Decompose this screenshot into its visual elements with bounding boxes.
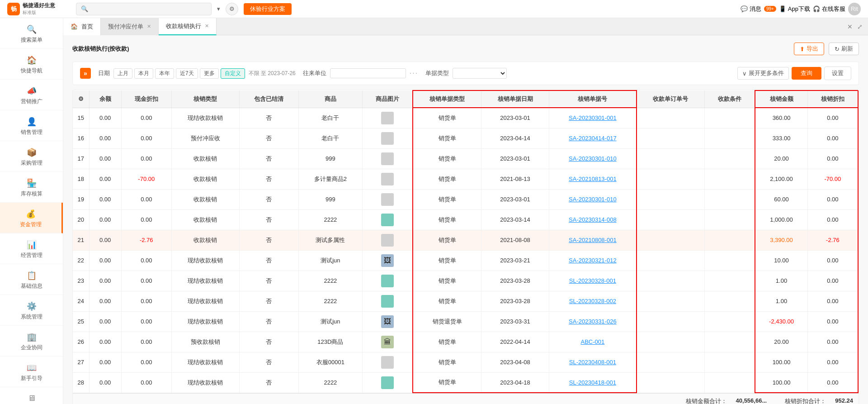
- td-verify-bill-no[interactable]: SA-20230414-017: [549, 128, 637, 148]
- td-verify-amount: 333.00: [755, 128, 807, 148]
- date-btn-last-month[interactable]: 上月: [113, 68, 132, 79]
- main-area: 🏠 首页 预付冲应付单 ✕ 收款核销执行 ✕ ✕ ⤢ 收款核销执行(按收款): [63, 18, 868, 404]
- td-verify-bill-no[interactable]: SA-20230321-012: [549, 250, 637, 271]
- tab-collection-verify-close[interactable]: ✕: [205, 23, 209, 29]
- tab-fullscreen[interactable]: ⤢: [857, 23, 863, 30]
- table-header: ⚙ 余额 现金折扣 核销类型 包含已结清 商品 商品图片 核销单据类型 核销单据…: [73, 90, 858, 108]
- sidebar-item-smart-hw[interactable]: 🖥 智能硬件: [0, 387, 63, 404]
- bill-no-link[interactable]: SL-20230328-002: [569, 298, 616, 304]
- td-row-num: 27: [73, 352, 89, 372]
- user-avatar[interactable]: Rit: [848, 3, 861, 15]
- export-button[interactable]: ⬆ 导出: [794, 43, 824, 55]
- bill-no-link[interactable]: SL-20230418-001: [569, 379, 616, 386]
- top-search-input[interactable]: [91, 6, 207, 12]
- bill-no-link[interactable]: SA-20210813-001: [569, 176, 617, 182]
- tab-prepay[interactable]: 预付冲应付单 ✕: [101, 18, 159, 35]
- td-row-num: 21: [73, 230, 89, 250]
- gear-button[interactable]: ⚙: [226, 3, 238, 15]
- td-verify-bill-type: 销货单: [413, 250, 481, 271]
- sidebar-item-inventory[interactable]: 🏪 库存核算: [0, 172, 63, 203]
- voucher-type-select[interactable]: [453, 68, 507, 79]
- bill-no-link[interactable]: SL-20230328-001: [569, 277, 616, 284]
- td-cash-discount: 0.00: [121, 189, 171, 209]
- bill-no-link[interactable]: SA-20230301-001: [569, 114, 617, 121]
- date-btn-more[interactable]: 更多: [200, 68, 219, 79]
- counterpart-more[interactable]: ···: [410, 69, 418, 77]
- messages-button[interactable]: 💬 消息 99+: [741, 5, 776, 13]
- filter-settings-button[interactable]: 设置: [824, 67, 851, 80]
- industry-solution-button[interactable]: 休验行业方案: [244, 3, 292, 15]
- sidebar-item-finance[interactable]: 💰 资金管理: [0, 203, 63, 233]
- sidebar-item-search-menu[interactable]: 🔍 搜索菜单: [0, 18, 63, 49]
- th-gear[interactable]: ⚙: [73, 90, 89, 108]
- bill-no-link[interactable]: SA-20210808-001: [569, 237, 617, 243]
- td-verify-bill-no[interactable]: SA-20230301-010: [549, 148, 637, 169]
- td-include-settled: 否: [240, 148, 299, 169]
- td-verify-bill-no[interactable]: SL-20230328-002: [549, 291, 637, 311]
- sidebar-item-marketing[interactable]: 📣 营销推广: [0, 80, 63, 110]
- date-btn-this-month[interactable]: 本月: [134, 68, 153, 79]
- online-support-button[interactable]: 🎧 在线客服: [813, 5, 845, 13]
- bill-no-link[interactable]: SA-20230331-026: [569, 318, 617, 325]
- counterpart-input[interactable]: [330, 68, 406, 78]
- bill-no-link[interactable]: SA-20230301-010: [569, 155, 617, 162]
- messages-badge: 99+: [764, 6, 776, 12]
- bill-no-link[interactable]: SA-20230314-008: [569, 216, 617, 223]
- tab-close-all[interactable]: ✕: [847, 23, 853, 30]
- th-verify-amount: 核销金额: [755, 90, 807, 108]
- tab-collection-verify[interactable]: 收款核销执行 ✕: [159, 18, 217, 35]
- td-product-img: [363, 271, 413, 291]
- main-layout: 🔍 搜索菜单 🏠 快捷导航 📣 营销推广 👤 销售管理 📦 采购管理 🏪 库存核…: [0, 18, 868, 404]
- date-btn-custom[interactable]: 自定义: [221, 68, 245, 79]
- tab-home[interactable]: 🏠 首页: [63, 18, 101, 35]
- sidebar-item-enterprise[interactable]: 🏢 企业协同: [0, 326, 63, 356]
- td-verify-bill-no[interactable]: SA-20210813-001: [549, 169, 637, 189]
- sidebar-item-sales[interactable]: 👤 销售管理: [0, 110, 63, 141]
- td-include-settled: 否: [240, 271, 299, 291]
- filter-expand-button[interactable]: »: [80, 68, 91, 79]
- sidebar-item-procurement[interactable]: 📦 采购管理: [0, 141, 63, 172]
- support-icon: 🎧: [813, 5, 820, 12]
- bill-no-link[interactable]: ABC-001: [580, 338, 604, 345]
- tab-bar-end: ✕ ⤢: [842, 23, 868, 30]
- td-verify-bill-no[interactable]: SL-20230408-001: [549, 352, 637, 372]
- bill-no-link[interactable]: SA-20230414-017: [569, 135, 617, 142]
- td-verify-bill-type: 销货单: [413, 128, 481, 148]
- top-search-box[interactable]: 🔍: [76, 3, 212, 15]
- bill-no-link[interactable]: SL-20230408-001: [569, 359, 616, 366]
- sidebar-item-system[interactable]: ⚙️ 系统管理: [0, 295, 63, 326]
- expand-more-button[interactable]: ∨ 展开更多条件: [737, 67, 789, 80]
- sidebar-item-basic[interactable]: 📋 基础信息: [0, 264, 63, 295]
- td-verify-bill-type: 销货单: [413, 169, 481, 189]
- td-balance: 0.00: [89, 108, 121, 128]
- td-verify-bill-no[interactable]: SA-20230331-026: [549, 311, 637, 332]
- td-verify-bill-no[interactable]: SA-20210808-001: [549, 230, 637, 250]
- bill-no-link[interactable]: SA-20230301-010: [569, 196, 617, 203]
- td-verify-amount: 360.00: [755, 108, 807, 128]
- td-verify-bill-no[interactable]: SA-20230301-010: [549, 189, 637, 209]
- td-cash-discount: 0.00: [121, 128, 171, 148]
- td-cash-discount: -70.00: [121, 169, 171, 189]
- td-verify-bill-no[interactable]: SL-20230328-001: [549, 271, 637, 291]
- app-download-button[interactable]: 📱 App下载: [779, 5, 810, 13]
- th-balance: 余额: [89, 90, 121, 108]
- sidebar-item-operations[interactable]: 📊 经营管理: [0, 233, 63, 264]
- date-btn-this-year[interactable]: 本年: [155, 68, 174, 79]
- td-verify-bill-no[interactable]: SA-20230301-001: [549, 108, 637, 128]
- counterpart-label: 往来单位: [303, 69, 326, 77]
- td-row-num: 25: [73, 311, 89, 332]
- refresh-button[interactable]: ↻ 刷新: [829, 43, 859, 55]
- query-button[interactable]: 查询: [792, 67, 821, 80]
- td-verify-type: 收款核销: [171, 230, 239, 250]
- system-icon: ⚙️: [27, 301, 37, 311]
- td-verify-bill-no[interactable]: SL-20230418-001: [549, 372, 637, 393]
- td-verify-bill-no[interactable]: ABC-001: [549, 332, 637, 352]
- quick-nav-icon: 🏠: [27, 55, 37, 65]
- sidebar-item-guide[interactable]: 📖 新手引导: [0, 356, 63, 387]
- tab-prepay-close[interactable]: ✕: [147, 24, 151, 29]
- bill-no-link[interactable]: SA-20230321-012: [569, 257, 617, 264]
- date-btn-7days[interactable]: 近7天: [176, 68, 198, 79]
- td-verify-bill-no[interactable]: SA-20230314-008: [549, 209, 637, 230]
- search-dropdown[interactable]: ▾: [217, 5, 220, 12]
- sidebar-item-quick-nav[interactable]: 🏠 快捷导航: [0, 49, 63, 80]
